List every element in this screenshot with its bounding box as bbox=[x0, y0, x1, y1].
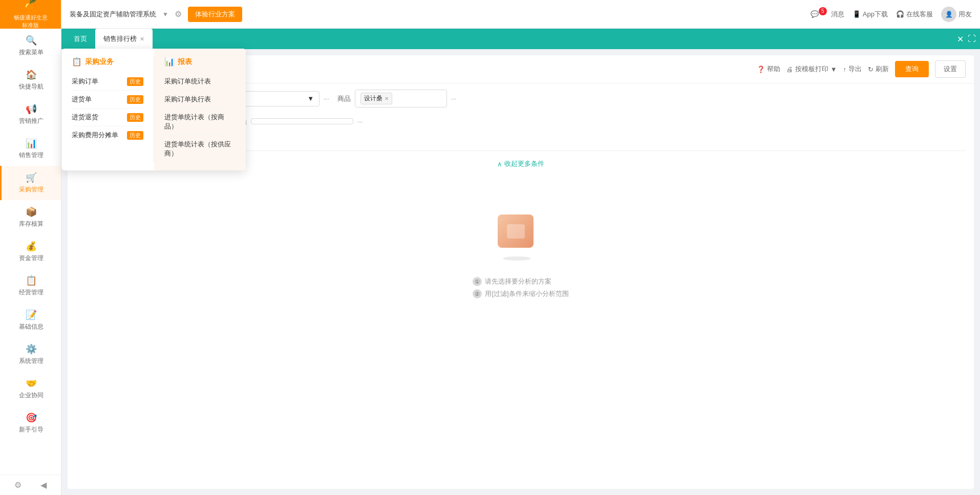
report-supplier-stat-label: 进货单统计表（按供应商） bbox=[164, 140, 236, 158]
report-order-exec-label: 采购订单执行表 bbox=[164, 95, 211, 104]
sidebar-item-sales[interactable]: 📊 销售管理 bbox=[0, 132, 61, 166]
report-supplier-stat[interactable]: 进货单统计表（按供应商） bbox=[164, 136, 236, 162]
print-item[interactable]: 🖨 按模板打印 ▼ bbox=[786, 64, 837, 74]
dropdown-arrow-icon[interactable]: ▼ bbox=[162, 11, 168, 18]
system-title: 装备及固定资产辅助管理系统 bbox=[70, 10, 156, 19]
hint2-text: 用[过滤]条件来缩小分析范围 bbox=[485, 289, 568, 298]
goods-label: 商品 bbox=[337, 94, 351, 103]
sidebar-item-purchase[interactable]: 🛒 采购管理 bbox=[0, 166, 61, 200]
purchase-goods-badge: 历史 bbox=[127, 95, 143, 104]
sidebar-item-finance[interactable]: 💰 资金管理 bbox=[0, 234, 61, 269]
service-label: 在线客服 bbox=[906, 10, 933, 19]
logo-icon: 🍊 bbox=[24, 0, 37, 13]
operation-icon: 📋 bbox=[26, 275, 37, 286]
sidebar-label-purchase: 采购管理 bbox=[19, 185, 44, 194]
purchase-goods-item[interactable]: 进货单 历史 bbox=[72, 91, 143, 109]
goods-more-dots[interactable]: ··· bbox=[451, 95, 457, 102]
goods-tag-close[interactable]: ✕ bbox=[385, 96, 389, 101]
report-order-exec[interactable]: 采购订单执行表 bbox=[164, 91, 236, 109]
sidebar-item-search[interactable]: 🔍 搜索菜单 bbox=[0, 29, 61, 63]
goods-control[interactable]: 设计桑 ✕ bbox=[355, 90, 447, 107]
industry-btn[interactable]: 体验行业方案 bbox=[188, 7, 242, 22]
salesman-filter: 业务员 ··· bbox=[227, 117, 363, 126]
app-icon: 📱 bbox=[853, 10, 861, 18]
goods-filter: 商品 设计桑 ✕ ··· bbox=[337, 90, 457, 107]
refresh-item[interactable]: ↻ 刷新 bbox=[868, 64, 889, 74]
status-more-dots[interactable]: ··· bbox=[324, 95, 329, 102]
help-item[interactable]: ❓ 帮助 bbox=[757, 64, 780, 74]
purchase-cost-badge: 历史 bbox=[127, 131, 143, 140]
collapse-sidebar-icon[interactable]: ◀ bbox=[40, 480, 47, 490]
top-header: 装备及固定资产辅助管理系统 ▼ ⚙ 体验行业方案 💬 5 消息 📱 App下载 … bbox=[61, 0, 980, 29]
query-button[interactable]: 查询 bbox=[895, 61, 929, 77]
corp-icon: 🤝 bbox=[26, 378, 37, 389]
avatar: 👤 bbox=[941, 7, 956, 22]
guide-icon: 🎯 bbox=[26, 412, 37, 423]
sidebar-bottom: ⚙ ◀ bbox=[0, 475, 61, 495]
export-item[interactable]: ↑ 导出 bbox=[843, 64, 862, 74]
salesman-control[interactable] bbox=[251, 118, 353, 124]
report-order-stat[interactable]: 采购订单统计表 bbox=[164, 73, 236, 91]
sidebar-item-system[interactable]: ⚙️ 系统管理 bbox=[0, 337, 61, 372]
purchase-return-item[interactable]: 进货退货 历史 bbox=[72, 109, 143, 126]
salesman-more-dots[interactable]: ··· bbox=[357, 118, 363, 125]
report-order-stat-label: 采购订单统计表 bbox=[164, 77, 211, 86]
sidebar-label-quick: 快捷导航 bbox=[19, 82, 44, 91]
tab-sales-rank[interactable]: 销售排行榜 ✕ bbox=[95, 29, 153, 49]
tab-bar: 首页 销售排行榜 ✕ ✕ ⛶ bbox=[61, 29, 980, 49]
home-icon: 🏠 bbox=[26, 69, 37, 80]
search-icon: 🔍 bbox=[26, 35, 37, 46]
purchase-section-icon: 📋 bbox=[72, 57, 82, 67]
sidebar-item-marketing[interactable]: 📢 营销推广 bbox=[0, 97, 61, 132]
help-icon: ❓ bbox=[757, 66, 765, 73]
report-goods-stat[interactable]: 进货单统计表（按商品） bbox=[164, 109, 236, 136]
sidebar-item-inventory[interactable]: 📦 库存核算 bbox=[0, 200, 61, 234]
tab-close-all-icon[interactable]: ✕ bbox=[957, 34, 964, 44]
empty-illustration bbox=[490, 209, 551, 271]
export-label: 导出 bbox=[848, 64, 862, 74]
purchase-order-item[interactable]: 采购订单 历史 bbox=[72, 73, 143, 91]
message-label: 消息 bbox=[831, 10, 844, 19]
purchase-return-label: 进货退货 bbox=[72, 113, 98, 122]
sidebar-label-system: 系统管理 bbox=[19, 357, 44, 365]
sidebar-item-basic[interactable]: 📝 基础信息 bbox=[0, 303, 61, 337]
inventory-icon: 📦 bbox=[26, 206, 37, 218]
settings-button[interactable]: 设置 bbox=[935, 60, 966, 78]
logo-name: 畅捷通好生意 bbox=[14, 14, 48, 21]
header-user[interactable]: 👤 用友 bbox=[941, 7, 972, 22]
print-dropdown-icon[interactable]: ▼ bbox=[830, 66, 837, 73]
purchase-dropdown-menu: 📋 采购业务 采购订单 历史 进货单 历史 进货退货 历史 采购费用分摊单 历史… bbox=[61, 49, 246, 170]
settings-bottom-icon[interactable]: ⚙ bbox=[14, 480, 22, 490]
sidebar-item-quick[interactable]: 🏠 快捷导航 bbox=[0, 63, 61, 97]
header-service[interactable]: 🎧 在线客服 bbox=[896, 10, 933, 19]
empty-hint-2: ② 用[过滤]条件来缩小分析范围 bbox=[473, 289, 568, 298]
tab-home-label: 首页 bbox=[74, 34, 87, 44]
basic-icon: 📝 bbox=[26, 309, 37, 320]
header-app[interactable]: 📱 App下载 bbox=[853, 10, 888, 19]
tab-close-icon[interactable]: ✕ bbox=[140, 36, 144, 42]
purchase-cost-item[interactable]: 采购费用分摊单 历史 bbox=[72, 126, 143, 144]
logo-version: 标准版 bbox=[22, 21, 39, 29]
sidebar-item-operation[interactable]: 📋 经营管理 bbox=[0, 269, 61, 303]
header-messages[interactable]: 💬 5 消息 bbox=[811, 10, 844, 19]
export-icon: ↑ bbox=[843, 66, 847, 73]
empty-texts: ① 请先选择要分析的方案 ② 用[过滤]条件来缩小分析范围 bbox=[473, 277, 568, 298]
collapse-filter-btn[interactable]: ∧ 收起更多条件 bbox=[493, 155, 548, 173]
purchase-cost-label: 采购费用分摊单 bbox=[72, 131, 118, 140]
sidebar-label-marketing: 营销推广 bbox=[19, 117, 44, 125]
sidebar-item-guide[interactable]: 🎯 新手引导 bbox=[0, 406, 61, 440]
refresh-icon: ↻ bbox=[868, 66, 874, 73]
tab-home[interactable]: 首页 bbox=[66, 29, 95, 49]
sidebar-label-inventory: 库存核算 bbox=[19, 220, 44, 228]
marketing-icon: 📢 bbox=[26, 103, 37, 115]
user-label: 用友 bbox=[958, 10, 972, 19]
tab-controls: ✕ ⛶ bbox=[957, 34, 976, 44]
hint1-text: 请先选择要分析的方案 bbox=[485, 277, 551, 286]
tab-expand-icon[interactable]: ⛶ bbox=[968, 34, 976, 44]
report-section: 📊 报表 采购订单统计表 采购订单执行表 进货单统计表（按商品） 进货单统计表（… bbox=[154, 49, 246, 170]
goods-tag-value: 设计桑 bbox=[364, 94, 382, 103]
purchase-section-title: 📋 采购业务 bbox=[72, 57, 143, 67]
sidebar-item-corp[interactable]: 🤝 企业协同 bbox=[0, 372, 61, 406]
goods-tag[interactable]: 设计桑 ✕ bbox=[360, 93, 392, 104]
header-gear-icon[interactable]: ⚙ bbox=[175, 9, 182, 19]
